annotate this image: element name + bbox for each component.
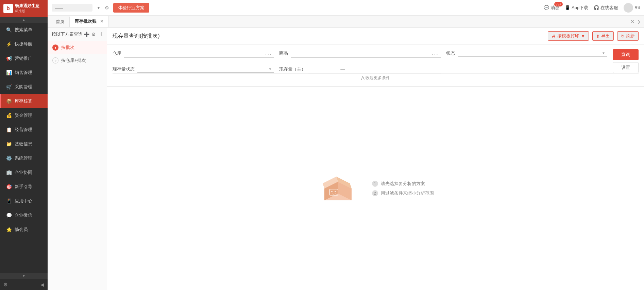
topbar-gear-icon[interactable]: ⚙ [105, 5, 109, 11]
status-chevron-icon: ▼ [602, 51, 605, 55]
sidebar-item-member[interactable]: ⭐ 畅会员 [0, 222, 48, 237]
topbar-actions: 💬 消息 99+ 📱 App下载 🎧 在线客服 Rit [544, 3, 640, 13]
sidebar-item-search[interactable]: 🔍 搜索菜单 [0, 23, 48, 37]
sidebar-item-operation[interactable]: 📋 经营管理 [0, 123, 48, 137]
svg-point-6 [331, 191, 333, 192]
topbar-dropdown-icon[interactable]: ▼ [97, 5, 101, 10]
product-input[interactable]: ... [291, 49, 440, 58]
right-panel: 现存量查询(按批次) 🖨 按模板打印 ▼ ⬆ 导出 ↻ 刷新 [107, 28, 644, 290]
tab-home[interactable]: 首页 [51, 17, 70, 27]
filter-inventory-status: 现存量状态 ▼ [113, 66, 274, 73]
purchase-icon: 🛒 [6, 84, 12, 90]
footer-settings-icon[interactable]: ⚙ [3, 282, 8, 287]
username-label: Rit [634, 5, 640, 10]
headset-icon: 🎧 [594, 5, 599, 10]
inventory-qty-max[interactable] [348, 67, 375, 72]
sidebar-item-appcenter[interactable]: 📱 应用中心 [0, 194, 48, 208]
template-print-button[interactable]: 🖨 按模板打印 ▼ [548, 31, 589, 41]
scheme-dot-active: ● [52, 44, 58, 51]
footer-collapse-icon[interactable]: ◀ [40, 282, 44, 287]
online-service-label: 在线客服 [600, 5, 618, 11]
sidebar-item-wechat[interactable]: 💬 企业微信 [0, 208, 48, 222]
query-button[interactable]: 查询 [613, 49, 639, 60]
app-logo: b [3, 4, 13, 13]
sidebar-item-basic[interactable]: 📁 基础信息 [0, 137, 48, 151]
export-button[interactable]: ⬆ 导出 [592, 31, 614, 41]
sidebar-item-sales[interactable]: 📊 销售管理 [0, 66, 48, 80]
enterprise-icon: 🏢 [6, 170, 12, 175]
left-panel-header: 按以下方案查询 ➕ ⚙ 《 [48, 28, 107, 41]
edition-label: 标准版 [15, 9, 44, 14]
sidebar-item-newbie[interactable]: 🎯 新手引导 [0, 180, 48, 194]
sidebar-item-label: 应用中心 [15, 198, 32, 204]
sidebar-item-label: 销售管理 [15, 70, 32, 76]
experience-button[interactable]: 体验行业方案 [113, 3, 149, 13]
finance-icon: 💰 [6, 113, 12, 118]
inventory-qty-min[interactable] [310, 67, 338, 72]
collapse-panel-button[interactable]: 《 [98, 31, 103, 37]
sidebar-item-marketing[interactable]: 📢 营销推广 [0, 51, 48, 66]
print-chevron-icon: ▼ [581, 34, 585, 39]
sidebar-item-label: 畅会员 [15, 226, 28, 233]
scheme-settings-icon[interactable]: ⚙ [91, 32, 96, 37]
sidebar-item-label: 企业协同 [15, 169, 32, 176]
sidebar-item-finance[interactable]: 💰 资金管理 [0, 108, 48, 123]
panel-collapse-button[interactable]: ❯ [637, 19, 641, 24]
online-service-button[interactable]: 🎧 在线客服 [594, 5, 618, 11]
sidebar-item-quicknav[interactable]: ⚡ 快捷导航 [0, 37, 48, 51]
collapse-up-icon: ⋀ [361, 75, 366, 80]
warehouse-input[interactable]: ... [124, 49, 274, 58]
messages-button[interactable]: 💬 消息 99+ [544, 5, 559, 11]
scroll-down-button[interactable]: ▼ [0, 273, 48, 279]
sidebar-title-block: 畅康通好生意 标准版 [15, 3, 44, 14]
tab-inventory-batch[interactable]: 库存批次账 ✕ [70, 16, 108, 27]
sidebar-item-label: 搜索菜单 [15, 27, 32, 33]
inventory-status-select[interactable]: ▼ [137, 66, 274, 73]
sidebar-item-enterprise[interactable]: 🏢 企业协同 [0, 165, 48, 180]
tab-close-icon[interactable]: ✕ [100, 19, 103, 24]
sidebar-item-label: 新手引导 [15, 184, 32, 190]
filter-row-2: 现存量状态 ▼ 现存量（主） — [113, 65, 607, 73]
app-download-button[interactable]: 📱 App下载 [565, 5, 588, 11]
avatar [624, 3, 633, 13]
add-scheme-button[interactable]: ➕ [84, 32, 89, 37]
panel-close-button[interactable]: ✕ [627, 18, 637, 25]
sidebar-item-purchase[interactable]: 🛒 采购管理 [0, 80, 48, 94]
topbar-search-box[interactable]: ▬▬ [52, 4, 92, 12]
filter-status: 状态 ▼ [446, 50, 607, 57]
scheme-item-batch[interactable]: ● 按批次 [48, 41, 107, 54]
scheme-item-warehouse-batch[interactable]: ○ 按仓库+批次 [48, 54, 107, 67]
inventory-status-label: 现存量状态 [113, 66, 135, 72]
marketing-icon: 📢 [6, 56, 12, 61]
page-title-bar: 现存量查询(按批次) 🖨 按模板打印 ▼ ⬆ 导出 ↻ 刷新 [107, 28, 644, 44]
sidebar-item-system[interactable]: ⚙️ 系统管理 [0, 151, 48, 165]
sidebar-item-inventory[interactable]: 📦 库存核算 [0, 94, 48, 108]
refresh-icon: ↻ [621, 34, 625, 39]
status-select[interactable]: ▼ [458, 50, 607, 57]
tabbar: 首页 库存批次账 ✕ ✕ ❯ [48, 16, 644, 28]
company-name: 畅康通好生意 [15, 3, 44, 9]
warehouse-label: 仓库 [113, 50, 121, 56]
empty-tip-2: 2 用过滤条件来缩小分析范围 [372, 190, 434, 196]
left-panel-actions: ➕ ⚙ 《 [84, 31, 103, 37]
topbar: ▬▬ ▼ ⚙ 体验行业方案 💬 消息 99+ 📱 App下载 🎧 在线客服 Ri… [48, 0, 644, 16]
product-label: 商品 [279, 50, 288, 56]
main-area: ▬▬ ▼ ⚙ 体验行业方案 💬 消息 99+ 📱 App下载 🎧 在线客服 Ri… [48, 0, 644, 290]
product-dots[interactable]: ... [432, 50, 438, 56]
export-icon: ⬆ [596, 34, 600, 39]
quicknav-icon: ⚡ [6, 41, 12, 47]
filter-settings-button[interactable]: 设置 [613, 62, 639, 73]
collapse-more-button[interactable]: ⋀ 收起更多条件 [113, 73, 639, 82]
inventory-status-chevron-icon: ▼ [268, 67, 272, 71]
printer-icon: 🖨 [552, 34, 556, 39]
empty-tips: 1 请先选择要分析的方案 2 用过滤条件来缩小分析范围 [372, 181, 434, 196]
warehouse-dots[interactable]: ... [265, 50, 272, 56]
scroll-up-button[interactable]: ▲ [0, 17, 48, 23]
filter-area: 仓库 ... 商品 ... [107, 44, 644, 87]
refresh-button[interactable]: ↻ 刷新 [617, 31, 639, 41]
user-profile-button[interactable]: Rit [624, 3, 640, 13]
newbie-icon: 🎯 [6, 184, 12, 189]
filter-row-1: 仓库 ... 商品 ... [113, 49, 607, 58]
operation-icon: 📋 [6, 127, 12, 132]
left-panel-title: 按以下方案查询 [52, 31, 83, 37]
